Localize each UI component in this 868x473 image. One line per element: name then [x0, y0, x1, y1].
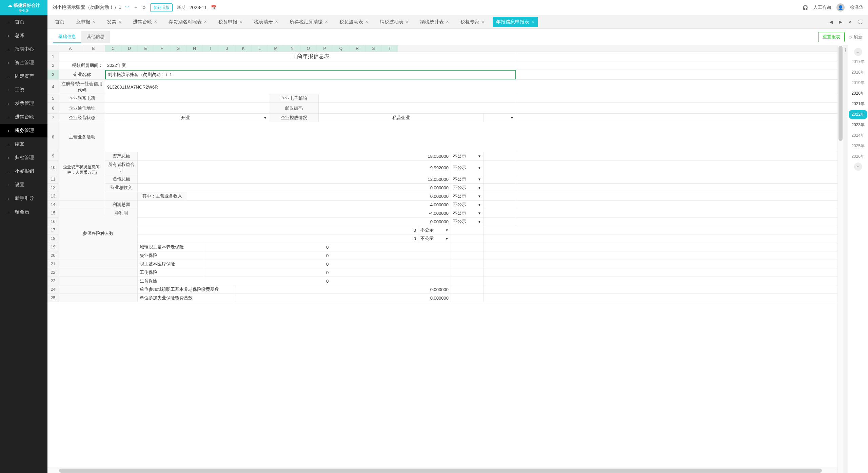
tab-item[interactable]: 税负波动表✕	[336, 17, 372, 27]
col-header[interactable]: P	[317, 45, 333, 52]
nav-close[interactable]: ▫结账	[0, 137, 47, 151]
col-header[interactable]: D	[121, 45, 138, 52]
subtab-other-info[interactable]: 其他信息	[81, 31, 110, 43]
phone-value[interactable]	[105, 94, 269, 102]
publish-dropdown[interactable]: 不公示▼	[451, 152, 484, 160]
tab-item[interactable]: 年报信息申报表✕	[493, 17, 538, 27]
select-all-corner[interactable]	[47, 45, 59, 52]
nav-vip[interactable]: ▫畅会员	[0, 205, 47, 219]
nav-inventory[interactable]: ▫进销台账	[0, 110, 47, 124]
fullscreen-icon[interactable]: ⛶	[857, 18, 864, 26]
tab-close-icon[interactable]: ✕	[275, 20, 278, 24]
publish-dropdown[interactable]: 不公示▼	[451, 175, 484, 183]
col-header[interactable]: C	[105, 45, 121, 52]
col-header[interactable]: J	[219, 45, 235, 52]
row-header[interactable]: 15	[47, 209, 59, 217]
user-avatar[interactable]: 👤	[836, 3, 845, 12]
plus-icon[interactable]: ＋	[134, 4, 138, 11]
year-option[interactable]: 2022年	[849, 110, 867, 119]
nav-fund[interactable]: ▫资金管理	[0, 56, 47, 70]
tab-close-icon[interactable]: ✕	[239, 20, 242, 24]
switch-old-version-button[interactable]: 切到旧版	[150, 3, 173, 12]
col-header[interactable]: L	[252, 45, 268, 52]
row-header[interactable]: 16	[47, 217, 59, 226]
tab-item[interactable]: 进销台账✕	[130, 17, 160, 27]
calendar-icon[interactable]: 📅	[211, 5, 216, 10]
row-header[interactable]: 3	[47, 70, 59, 79]
col-header[interactable]: M	[268, 45, 284, 52]
tab-close-icon[interactable]: ✕	[325, 20, 328, 24]
year-option[interactable]: 2024年	[849, 131, 867, 140]
row-header[interactable]: 4	[47, 80, 59, 94]
publish-dropdown[interactable]: 不公示▼	[418, 226, 451, 234]
nav-ledger[interactable]: ▫总账	[0, 29, 47, 42]
tab-close-icon[interactable]: ✕	[531, 20, 534, 24]
row-header[interactable]: 19	[47, 243, 59, 251]
refresh-button[interactable]: ⟳ 刷新	[849, 34, 863, 40]
gear-icon[interactable]: ⚙	[142, 5, 146, 10]
nav-guide[interactable]: ▫新手引导	[0, 192, 47, 205]
vertical-scrollbar[interactable]	[837, 45, 843, 473]
tab-item[interactable]: 纳税波动表✕	[376, 17, 412, 27]
row-header[interactable]: 10	[47, 160, 59, 175]
row-header[interactable]: 21	[47, 260, 59, 268]
row-header[interactable]: 7	[47, 114, 59, 122]
publish-dropdown[interactable]: 不公示▼	[451, 201, 484, 209]
year-option[interactable]: 2026年	[849, 152, 867, 161]
tab-close-icon[interactable]: ✕	[92, 20, 95, 24]
holding-dropdown[interactable]: ▼	[484, 114, 516, 122]
col-header[interactable]: B	[82, 45, 105, 52]
col-header[interactable]: R	[349, 45, 366, 52]
user-name[interactable]: 徐泽华	[850, 4, 863, 11]
tab-item[interactable]: 税检专家✕	[457, 17, 488, 27]
support-link[interactable]: 人工咨询	[813, 4, 831, 11]
tab-close-icon[interactable]: ✕	[154, 20, 157, 24]
company-value[interactable]: 刘小艳演示账套（勿删勿动！）1	[105, 70, 516, 79]
row-header[interactable]: 14	[47, 201, 59, 209]
row-header[interactable]: 24	[47, 285, 59, 294]
collapse-rail-toggle[interactable]: ⟨	[843, 45, 848, 473]
col-header[interactable]: S	[366, 45, 382, 52]
year-option[interactable]: 2025年	[849, 141, 867, 151]
col-header[interactable]: Q	[333, 45, 349, 52]
row-header[interactable]: 5	[47, 94, 59, 102]
nav-archive[interactable]: ▫归档管理	[0, 151, 47, 165]
col-header[interactable]: T	[382, 45, 398, 52]
row-header[interactable]: 18	[47, 234, 59, 243]
tab-close-icon[interactable]: ✕	[406, 20, 409, 24]
tab-item[interactable]: 税表清册✕	[251, 17, 281, 27]
nav-home[interactable]: ▫首页	[0, 15, 47, 29]
period-value[interactable]: 2023-11	[190, 5, 207, 10]
addr-value[interactable]	[105, 103, 269, 113]
row-header[interactable]: 25	[47, 294, 59, 302]
bizactivity-value[interactable]	[105, 122, 516, 152]
col-header[interactable]: E	[138, 45, 154, 52]
postcode-value[interactable]	[319, 103, 516, 113]
status-dropdown[interactable]: 开业▼	[105, 114, 269, 122]
tab-item[interactable]: 存货别名对照表✕	[165, 17, 210, 27]
account-selector[interactable]: 刘小艳演示账套（勿删勿动！）1 ﹀	[52, 4, 130, 11]
tab-item[interactable]: 税务申报✕	[215, 17, 246, 27]
tab-prev-icon[interactable]: ◀	[828, 18, 834, 26]
row-header[interactable]: 8	[47, 122, 59, 152]
year-option[interactable]: 2020年	[849, 89, 867, 98]
nav-settings[interactable]: ▫设置	[0, 178, 47, 192]
tab-next-icon[interactable]: ▶	[837, 18, 844, 26]
tab-item[interactable]: 首页	[52, 17, 68, 27]
tab-item[interactable]: 所得税汇算清缴✕	[286, 17, 331, 27]
row-header[interactable]: 1	[47, 52, 59, 61]
year-option[interactable]: 2023年	[849, 120, 867, 130]
row-header[interactable]: 6	[47, 103, 59, 113]
nav-asset[interactable]: ▫固定资产	[0, 70, 47, 83]
col-header[interactable]: N	[284, 45, 300, 52]
publish-dropdown[interactable]: 不公示▼	[451, 209, 484, 217]
tab-close-icon[interactable]: ✕	[118, 20, 121, 24]
sheet-body[interactable]: 1工商年报信息表2税款所属期间：2022年度3企业名称刘小艳演示账套（勿删勿动！…	[47, 52, 837, 468]
col-header[interactable]: O	[300, 45, 317, 52]
row-header[interactable]: 17	[47, 226, 59, 234]
col-header[interactable]: F	[154, 45, 170, 52]
year-option[interactable]: 2017年	[849, 57, 867, 67]
year-down-icon[interactable]: ﹀	[854, 163, 862, 171]
email-value[interactable]	[319, 94, 516, 102]
row-header[interactable]: 12	[47, 184, 59, 192]
